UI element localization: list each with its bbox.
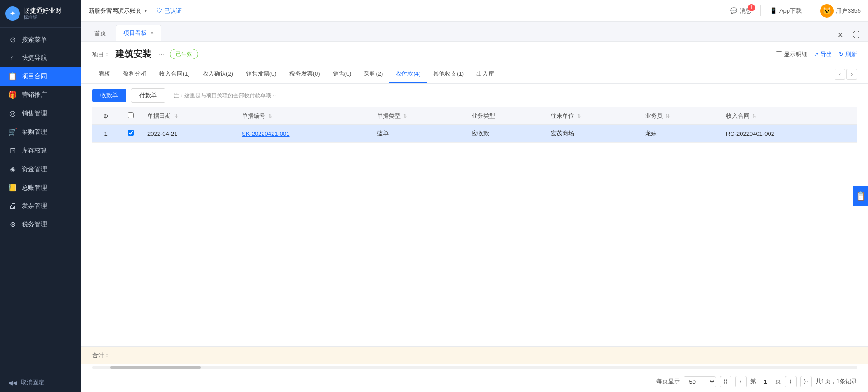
message-button[interactable]: 💬 消息 1	[730, 7, 751, 15]
col-income-contract: 收入合同 ⇅	[721, 107, 857, 125]
scrollbar-track	[92, 366, 857, 369]
sidebar-unpin[interactable]: ◀◀ 取消固定	[0, 373, 81, 392]
sidebar-item-invoice[interactable]: 🖨 发票管理	[0, 197, 81, 215]
tab-project-kanban[interactable]: 项目看板 ×	[116, 25, 161, 41]
sidebar-item-inventory[interactable]: ⊡ 库存核算	[0, 141, 81, 160]
sidebar-item-sales[interactable]: ◎ 销售管理	[0, 104, 81, 123]
settings-icon[interactable]: ⚙	[103, 113, 108, 120]
sort-salesperson-icon[interactable]: ⇅	[665, 113, 670, 119]
sidebar-item-quick[interactable]: ⌂ 快捷导航	[0, 49, 81, 67]
sub-tab-kanban[interactable]: 看板	[92, 65, 117, 83]
capital-icon: ◈	[8, 165, 17, 173]
sort-number-icon[interactable]: ⇅	[268, 113, 272, 119]
receipt-number-link[interactable]: SK-20220421-001	[242, 130, 290, 137]
purchase-icon: 🛒	[8, 128, 17, 136]
cell-biz-type: 应收款	[466, 125, 545, 143]
sub-tab-purchase[interactable]: 采购(2)	[358, 65, 389, 83]
sidebar-item-contract[interactable]: 📋 项目合同	[0, 67, 81, 86]
prev-page-button[interactable]: ⟨	[735, 376, 747, 387]
per-page-select[interactable]: 50 100	[684, 376, 716, 387]
sub-tab-other-expense[interactable]: 其他收支(1)	[427, 65, 470, 83]
project-title: 建筑安装	[115, 48, 151, 60]
maximize-window-button[interactable]: ⛶	[850, 29, 863, 41]
home-icon: ⌂	[8, 54, 17, 62]
table-footer: 合计：	[81, 346, 868, 364]
table-row[interactable]: 1 2022-04-21 SK-20220421-001 蓝单 应收款 宏茂商场…	[92, 125, 857, 143]
sub-tab-income-contract[interactable]: 收入合同(1)	[153, 65, 196, 83]
export-button[interactable]: ↗ 导出	[814, 50, 832, 58]
sort-date-icon[interactable]: ⇅	[174, 113, 178, 119]
logo-text: 畅捷通好业财	[24, 6, 61, 14]
project-more-button[interactable]: ···	[159, 50, 165, 58]
row-checkbox[interactable]	[128, 130, 134, 136]
cell-checkbox[interactable]	[119, 125, 142, 143]
horizontal-scrollbar[interactable]	[81, 364, 868, 371]
refresh-icon: ↻	[839, 51, 844, 57]
sub-tab-tax-invoice[interactable]: 税务发票(0)	[283, 65, 326, 83]
app-download-button[interactable]: 📱 App下载	[770, 7, 802, 15]
user-menu-button[interactable]: 🐱 用户3355	[820, 4, 861, 18]
sub-tab-next[interactable]: ›	[846, 69, 857, 80]
per-page-label: 每页显示	[656, 378, 680, 386]
col-salesperson-label: 业务员	[645, 112, 663, 119]
sales-icon: ◎	[8, 109, 17, 118]
sidebar-item-label: 税务管理	[22, 220, 47, 229]
cell-income-contract: RC-20220401-002	[721, 125, 857, 143]
unpin-label: 取消固定	[21, 378, 44, 387]
sort-income-contract-icon[interactable]: ⇅	[752, 113, 756, 119]
phone-icon: 📱	[770, 7, 777, 14]
sidebar-item-tax[interactable]: ⊗ 税务管理	[0, 215, 81, 234]
col-biz-type: 业务类型	[466, 107, 545, 125]
receipt-bill-button[interactable]: 收款单	[92, 89, 126, 102]
total-label: 合计：	[92, 351, 110, 359]
payment-bill-button[interactable]: 付款单	[131, 88, 165, 103]
window-controls: ✕ ⛶	[834, 29, 863, 41]
contract-icon: 📋	[8, 72, 17, 81]
sidebar-item-label: 发票管理	[22, 202, 47, 210]
user-avatar: 🐱	[820, 4, 834, 18]
tab-home[interactable]: 首页	[87, 25, 114, 41]
sidebar-item-search[interactable]: ⊙ 搜索菜单	[0, 30, 81, 49]
sub-tab-sales[interactable]: 销售(0)	[326, 65, 358, 83]
topbar-project: 新服务官网演示账套 ▾	[89, 7, 147, 15]
col-checkbox	[119, 107, 142, 125]
sort-type-icon[interactable]: ⇅	[403, 113, 407, 119]
sub-tab-income-confirm[interactable]: 收入确认(2)	[196, 65, 240, 83]
show-detail-input[interactable]	[776, 51, 782, 57]
show-detail-label: 显示明细	[784, 50, 807, 58]
sidebar-item-marketing[interactable]: 🎁 营销推广	[0, 86, 81, 104]
scrollbar-thumb[interactable]	[110, 366, 201, 369]
sidebar-item-capital[interactable]: ◈ 资金管理	[0, 160, 81, 178]
next-page-button[interactable]: ⟩	[785, 376, 797, 387]
sub-tab-receipt[interactable]: 收付款(4)	[389, 65, 427, 83]
refresh-button[interactable]: ↻ 刷新	[839, 50, 857, 58]
sidebar-item-ledger[interactable]: 📒 总账管理	[0, 178, 81, 197]
sub-tab-prev[interactable]: ‹	[835, 69, 845, 80]
cell-num: 1	[92, 125, 119, 143]
show-detail-checkbox[interactable]: 显示明细	[776, 50, 807, 58]
table-wrapper[interactable]: ⚙ 单据日期 ⇅ 单据编号 ⇅	[81, 107, 868, 346]
sub-tab-warehouse[interactable]: 出入库	[470, 65, 500, 83]
topbar-dropdown-icon[interactable]: ▾	[144, 7, 147, 14]
close-window-button[interactable]: ✕	[834, 29, 846, 41]
first-page-button[interactable]: ⟨⟨	[720, 376, 731, 387]
sidebar-item-label: 搜索菜单	[22, 36, 47, 44]
tab-close-icon[interactable]: ×	[151, 30, 154, 36]
receipt-table: ⚙ 单据日期 ⇅ 单据编号 ⇅	[92, 107, 857, 143]
col-settings[interactable]: ⚙	[92, 107, 119, 125]
right-float-button[interactable]: 📋	[853, 186, 868, 206]
app-download-label: App下载	[779, 7, 802, 15]
ledger-icon: 📒	[8, 183, 17, 192]
sidebar-item-purchase[interactable]: 🛒 采购管理	[0, 123, 81, 141]
col-type: 单据类型 ⇅	[372, 107, 466, 125]
sidebar-logo: ✦ 畅捷通好业财 标准版	[0, 0, 81, 28]
sort-partner-icon[interactable]: ⇅	[577, 113, 581, 119]
topbar-certified: 🛡 已认证	[156, 7, 182, 15]
sub-tab-profit[interactable]: 盈利分析	[117, 65, 153, 83]
last-page-button[interactable]: ⟩⟩	[800, 376, 812, 387]
sub-tab-sales-invoice[interactable]: 销售发票(0)	[240, 65, 283, 83]
tab-home-label: 首页	[94, 29, 106, 38]
select-all-checkbox[interactable]	[128, 112, 134, 118]
project-actions: 显示明细 ↗ 导出 ↻ 刷新	[776, 50, 857, 58]
export-icon: ↗	[814, 51, 819, 57]
